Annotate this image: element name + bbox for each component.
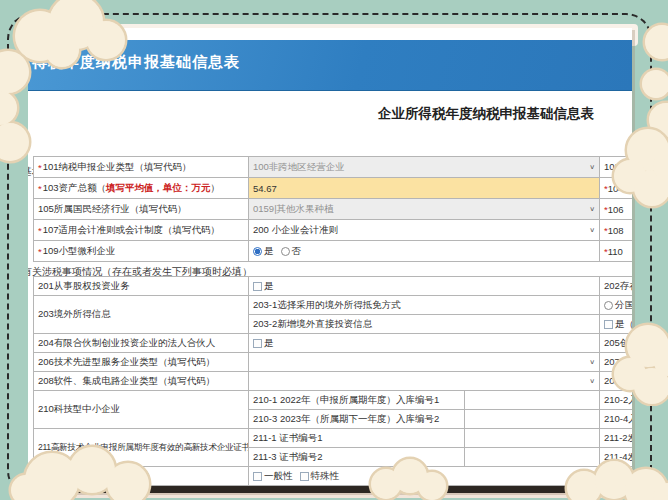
table-group-203: 203境外所得信息 203-1选择采用的境外所得抵免方式 分国（ 203-2新增…: [34, 295, 632, 333]
field-label-202: 202存在境: [599, 277, 632, 295]
field-label-203-2: 203-2新增境外直接投资信息: [248, 315, 599, 333]
chevron-down-icon: ∨: [589, 359, 595, 365]
field-101-select[interactable]: 100非跨地区经营企业 ∨: [248, 157, 599, 177]
table-group-210: 210科技型中小企业 210-1 2022年（申报所属期年度）入库编号1 210…: [34, 390, 632, 428]
label-text: ）: [211, 182, 221, 195]
cloud-decoration-bottom-right: [556, 452, 668, 500]
field-211-1-input[interactable]: [464, 429, 599, 447]
checkbox-yes[interactable]: 是: [253, 280, 274, 293]
table-row-201: 201从事股权投资业务 是 202存在境: [34, 277, 632, 295]
cloud-decoration-right-top: [636, 22, 668, 140]
table-row-109: * 109小型微利企业 是 否 * 110: [34, 240, 632, 261]
radio-label: 否: [292, 245, 302, 258]
checkbox-general[interactable]: 一般性: [253, 470, 293, 483]
table-row-206: 206技术先进型服务企业类型（填写代码） ∨ 207非营利: [34, 352, 632, 371]
field-label-203: 203境外所得信息: [34, 296, 248, 333]
cloud-decoration-right-lower: [604, 320, 668, 406]
field-label-109: * 109小型微利企业: [34, 241, 248, 261]
required-star: *: [38, 183, 42, 194]
field-label-110: * 110: [599, 241, 632, 261]
field-103-input[interactable]: 54.67: [248, 178, 599, 198]
field-label-204: 204有限合伙制创业投资企业的法人合伙人: [34, 334, 248, 352]
radio-selected-icon: [253, 247, 262, 256]
label-text: 101纳税申报企业类型（填写代码）: [43, 161, 192, 174]
browser-page-panel: 得税年度纳税申报基础信息表 企业所得税年度纳税申报基础信息表 基本经营情况（＊为…: [28, 28, 632, 493]
checkbox-icon: [300, 472, 309, 481]
required-star: *: [38, 225, 42, 236]
field-109-radio-group: 是 否: [248, 241, 599, 261]
checkbox-yes[interactable]: 是: [253, 337, 274, 350]
cloud-decoration-left: [0, 46, 46, 166]
chevron-down-icon: ∨: [589, 378, 595, 384]
field-107-select[interactable]: 200 小企业会计准则 ∨: [248, 220, 599, 240]
radio-label: 分国（: [615, 299, 632, 312]
field-210-3-input[interactable]: [464, 410, 599, 428]
cloud-decoration-right-mid: [606, 126, 668, 210]
checkbox-label: 特殊性: [311, 470, 340, 483]
label-text: 105所属国民经济行业（填写代码）: [38, 203, 187, 216]
radio-icon: [281, 247, 290, 256]
field-label-210-3: 210-3 2023年（所属期下一年度）入库编号2: [248, 410, 464, 428]
radio-label: 是: [264, 245, 274, 258]
checkbox-special[interactable]: 特殊性: [300, 470, 340, 483]
form-title: 企业所得税年度纳税申报基础信息表: [378, 105, 594, 123]
table-row-105: 105所属国民经济行业（填写代码） 0159|其他水果种植 ∨ * 106: [34, 198, 632, 219]
field-201-checkbox-cell: 是: [248, 277, 599, 295]
field-203-1-radio-cell: 分国（: [599, 296, 632, 314]
field-label-108: * 108: [599, 220, 632, 240]
cloud-decoration-bottom-mid: [362, 448, 452, 500]
table-row-210-3: 210-3 2023年（所属期下一年度）入库编号2 210-4入库: [248, 409, 632, 428]
radio-fenguo[interactable]: 分国（: [604, 299, 632, 312]
label-text: 103资产总额（: [43, 182, 106, 195]
table-row-103: * 103资产总额（填写平均值，单位：万元） 54.67 * 104: [34, 177, 632, 198]
field-label-203-1: 203-1选择采用的境外所得抵免方式: [248, 296, 599, 314]
checkbox-icon: [253, 472, 262, 481]
field-label-101: * 101纳税申报企业类型（填写代码）: [34, 157, 248, 177]
table-row-107: * 107适用会计准则或会计制度（填写代码） 200 小企业会计准则 ∨ * 1…: [34, 219, 632, 240]
field-label-210-1: 210-1 2022年（申报所属期年度）入库编号1: [248, 391, 464, 409]
table-row-211-1: 211-1 证书编号1 211-2发证: [248, 429, 632, 447]
field-label-105: 105所属国民经济行业（填写代码）: [34, 199, 248, 219]
field-label-201: 201从事股权投资业务: [34, 277, 248, 295]
input-value: 54.67: [253, 183, 277, 194]
table-row-203-2: 203-2新增境外直接投资信息 是（产: [248, 314, 632, 333]
select-value: 100非跨地区经营企业: [253, 161, 345, 174]
label-hint-red: 填写平均值，单位：万元: [106, 182, 211, 195]
field-label-208: 208软件、集成电路企业类型（填写代码）: [34, 372, 248, 390]
field-210-1-input[interactable]: [464, 391, 599, 409]
field-label-206: 206技术先进型服务企业类型（填写代码）: [34, 353, 248, 371]
chevron-down-icon: ∨: [589, 227, 595, 233]
decorated-screenshot: { "colors":{"frame_teal":"#a8cec0","titl…: [0, 0, 668, 500]
table-row-101: * 101纳税申报企业类型（填写代码） 100非跨地区经营企业 ∨ 102分: [34, 157, 632, 177]
field-206-select[interactable]: ∨: [248, 353, 599, 371]
basic-info-table: * 101纳税申报企业类型（填写代码） 100非跨地区经营企业 ∨ 102分 *…: [33, 156, 632, 262]
table-row-204: 204有限合伙制创业投资企业的法人合伙人 是 205创业投: [34, 333, 632, 352]
cloud-decoration-bottom-left: [8, 436, 164, 500]
label-text: 107适用会计准则或会计制度（填写代码）: [43, 224, 220, 237]
checkbox-label: 是: [264, 337, 274, 350]
label-text: 109小型微利企业: [43, 245, 116, 258]
required-star: *: [38, 246, 42, 257]
checkbox-icon: [253, 282, 262, 291]
field-105-select[interactable]: 0159|其他水果种植 ∨: [248, 199, 599, 219]
field-208-select[interactable]: ∨: [248, 372, 599, 390]
field-label-210-4: 210-4入库: [599, 410, 632, 428]
checkbox-label: 一般性: [264, 470, 293, 483]
chevron-down-icon: ∨: [589, 206, 595, 212]
label-text: 110: [608, 246, 623, 257]
select-value: 0159|其他水果种植: [253, 203, 334, 216]
chevron-down-icon: ∨: [589, 164, 595, 170]
radio-icon: [604, 301, 613, 310]
table-row-208: 208软件、集成电路企业类型（填写代码） ∨ 209集成电: [34, 371, 632, 390]
label-text: 108: [608, 225, 624, 236]
radio-no[interactable]: 否: [281, 245, 302, 258]
field-label-210: 210科技型中小企业: [34, 391, 248, 428]
field-label-211-2: 211-2发证: [599, 429, 632, 447]
radio-yes[interactable]: 是: [253, 245, 274, 258]
checkbox-icon: [253, 339, 262, 348]
select-value: 200 小企业会计准则: [253, 224, 338, 237]
field-204-checkbox-cell: 是: [248, 334, 599, 352]
table-row-210-1: 210-1 2022年（申报所属期年度）入库编号1 210-2入库: [248, 391, 632, 409]
field-label-107: * 107适用会计准则或会计制度（填写代码）: [34, 220, 248, 240]
checkbox-label: 是: [264, 280, 274, 293]
